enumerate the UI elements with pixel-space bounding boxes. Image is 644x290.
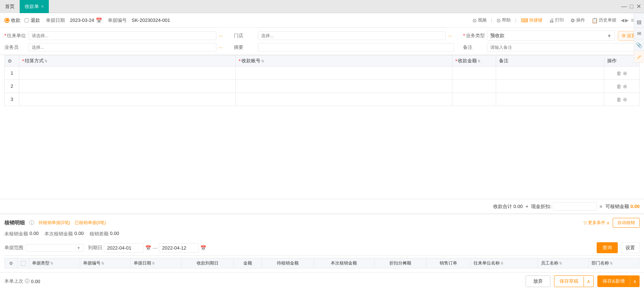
- date-from-icon[interactable]: 📅: [145, 245, 151, 251]
- counterpart-input[interactable]: [28, 31, 216, 40]
- sort-icon-settlement[interactable]: ⇅: [44, 59, 47, 63]
- th-account: * 收款账号 ⇅: [236, 55, 452, 67]
- store-more-icon[interactable]: ···: [446, 33, 455, 39]
- th-settlement: * 结算方式 ⇅: [19, 55, 236, 67]
- writeoff-info-icon[interactable]: ⓘ: [29, 220, 34, 226]
- nav-next-icon[interactable]: ▶: [625, 17, 629, 23]
- sort-number[interactable]: ⇅: [101, 261, 104, 265]
- save-new-btn-arrow[interactable]: ∧: [630, 277, 640, 286]
- salesperson-field: 业务员 ···: [4, 43, 225, 52]
- sort-icon-account[interactable]: ⇅: [261, 59, 264, 63]
- draft-button[interactable]: 保存草稿 ∧: [554, 275, 594, 287]
- cell-note-1[interactable]: [496, 67, 604, 80]
- verified-tab[interactable]: 已核销单据(0笔): [75, 220, 106, 226]
- sidebar-attach-icon[interactable]: 📎: [634, 39, 644, 51]
- nav-prev-icon[interactable]: ◀: [621, 17, 624, 23]
- cell-amount-1[interactable]: [452, 67, 496, 80]
- draft-btn-arrow[interactable]: ∧: [584, 277, 593, 286]
- cell-note-3[interactable]: [496, 93, 604, 106]
- lower-settings-btn[interactable]: 设置: [621, 242, 640, 253]
- total-value: 0.00: [514, 204, 523, 209]
- auto-writeoff-btn[interactable]: 自动核销: [613, 218, 640, 228]
- bottom-actions: 放弃 保存草稿 ∧ 保存&新增 ∧: [526, 275, 640, 287]
- doc-number-value: SK-20230324-001: [132, 17, 170, 23]
- calendar-icon[interactable]: 📅: [96, 17, 102, 23]
- draft-btn-label[interactable]: 保存草稿: [554, 276, 584, 287]
- copy-icon-2[interactable]: ⊕: [623, 83, 627, 89]
- cell-settlement-1[interactable]: [19, 67, 236, 80]
- table-header: ⚙ * 结算方式 ⇅ * 收款账号: [5, 55, 640, 67]
- tab-close-icon[interactable]: ×: [41, 0, 44, 13]
- help-icon: ⊙: [496, 17, 501, 23]
- delete-icon-2[interactable]: 🗑: [616, 83, 621, 89]
- sort-counterpart[interactable]: ⇅: [500, 261, 503, 265]
- cell-amount-3[interactable]: [452, 93, 496, 106]
- salesperson-input[interactable]: [28, 43, 216, 52]
- lower-gear-icon[interactable]: ⚙: [9, 261, 13, 266]
- copy-icon-3[interactable]: ⊕: [623, 97, 627, 102]
- scope-select[interactable]: ▼: [25, 244, 84, 252]
- video-btn[interactable]: ⊙ 视频: [470, 16, 489, 24]
- history-btn[interactable]: 📋 历史单据: [589, 16, 619, 24]
- discard-button[interactable]: 放弃: [526, 275, 550, 287]
- help-btn[interactable]: ⊙ 帮助: [494, 16, 513, 24]
- toolbar-divider-2: |: [515, 17, 516, 23]
- close-icon[interactable]: ✕: [636, 3, 641, 10]
- writeoff-actions: ▽ 更多条件 ∧ 自动核销: [584, 218, 640, 228]
- store-field: 门店 ···: [234, 31, 455, 40]
- cell-settlement-3[interactable]: [19, 93, 236, 106]
- cell-action-1: 🗑 ⊕: [604, 67, 640, 80]
- salesperson-more-icon[interactable]: ···: [216, 44, 225, 50]
- query-btn[interactable]: 查询: [597, 242, 618, 253]
- cell-account-1[interactable]: [236, 67, 452, 80]
- filter-row: 单据范围 ▼ 到期日 📅 — 📅 查询 设置: [4, 240, 640, 256]
- tab-active[interactable]: 收款单 ×: [20, 0, 49, 13]
- radio-income[interactable]: 收款: [4, 17, 20, 24]
- discount-input[interactable]: [553, 202, 597, 211]
- date-from-input[interactable]: [104, 243, 144, 252]
- sort-icon-amount[interactable]: ⇅: [478, 59, 480, 63]
- counterpart-more-icon[interactable]: ···: [216, 33, 225, 39]
- cell-amount-2[interactable]: [452, 80, 496, 93]
- gear-icon[interactable]: ⚙: [8, 58, 12, 64]
- cell-note-2[interactable]: [496, 80, 604, 93]
- sort-type[interactable]: ⇅: [50, 261, 53, 265]
- cell-account-3[interactable]: [236, 93, 452, 106]
- print-btn[interactable]: 🖨 打印: [547, 16, 566, 24]
- pending-tab[interactable]: 待核销单据(0笔): [39, 220, 70, 226]
- sort-employee[interactable]: ⇅: [559, 261, 562, 265]
- store-input[interactable]: [258, 31, 446, 40]
- sidebar-expand-icon[interactable]: ⤢: [634, 51, 644, 63]
- delete-icon-1[interactable]: 🗑: [616, 70, 621, 76]
- minimize-icon[interactable]: —: [621, 3, 627, 10]
- more-conditions-btn[interactable]: ▽ 更多条件 ∧: [584, 220, 610, 226]
- delete-icon-3[interactable]: 🗑: [616, 97, 621, 102]
- current-value: 0.00: [74, 231, 83, 237]
- sort-date[interactable]: ⇅: [152, 261, 155, 265]
- carry-info-icon[interactable]: ⓘ: [25, 278, 30, 285]
- th-gear: ⚙: [5, 55, 19, 67]
- shortcut-btn[interactable]: ⌨ 快捷键: [519, 16, 545, 24]
- date-to-input[interactable]: [159, 243, 199, 252]
- copy-icon-1[interactable]: ⊕: [623, 70, 627, 76]
- current-amount: 本次核销金额 0.00: [44, 231, 83, 237]
- radio-refund[interactable]: 退款: [24, 17, 40, 24]
- sidebar-table-icon[interactable]: ▤: [634, 16, 644, 28]
- select-all-checkbox[interactable]: [21, 261, 26, 266]
- sidebar-mail-icon[interactable]: ✉: [634, 28, 644, 39]
- date-to-icon[interactable]: 📅: [200, 245, 206, 251]
- save-new-btn-label[interactable]: 保存&新增: [597, 276, 630, 287]
- business-type-arrow[interactable]: ▼: [607, 33, 612, 39]
- tab-home[interactable]: 首页: [0, 0, 20, 13]
- business-type-field: 业务类型 预收款 ▼ ⚙ 设置: [463, 31, 640, 41]
- maximize-icon[interactable]: □: [630, 3, 633, 10]
- cell-account-2[interactable]: [236, 80, 452, 93]
- summary-input[interactable]: [258, 43, 455, 52]
- sort-department[interactable]: ⇅: [610, 261, 613, 265]
- remarks-input[interactable]: [487, 43, 640, 52]
- save-new-button[interactable]: 保存&新增 ∧: [597, 275, 640, 287]
- cell-settlement-2[interactable]: [19, 80, 236, 93]
- operation-btn[interactable]: ⚙ 操作: [568, 16, 587, 24]
- unverified-amount: 未核销金额 0.00: [4, 231, 39, 237]
- carry-over-info: 本单上次 ⓘ 0.00: [4, 278, 40, 285]
